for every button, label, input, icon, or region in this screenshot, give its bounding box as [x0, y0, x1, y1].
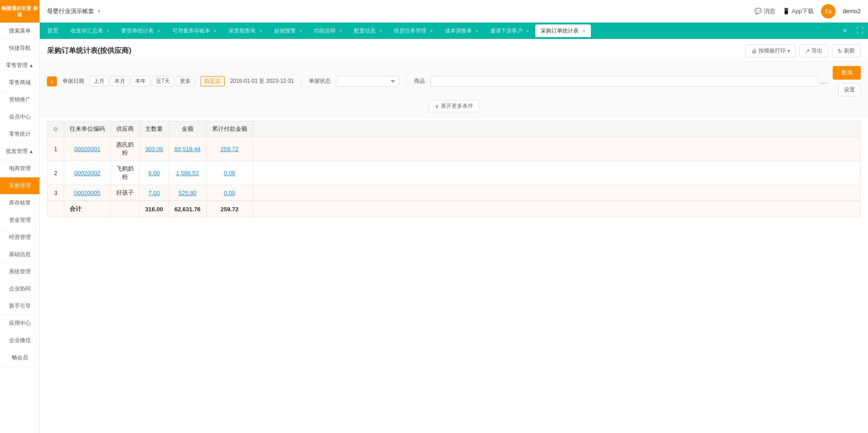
date-btn-1[interactable]: 本月	[110, 76, 129, 86]
tab-close-6[interactable]: ×	[339, 28, 342, 33]
username[interactable]: demo2	[843, 8, 861, 14]
sidebar-arrow-2: ▲	[29, 63, 33, 68]
filter-bar: › 单据日期 上月本月本年近7天更多 自定义 2016-01-01 至 2023…	[40, 62, 868, 117]
cell-quantity-1[interactable]: 6.00	[140, 161, 169, 185]
tab-11[interactable]: 采购订单统计表×	[535, 24, 590, 37]
cell-amount-1[interactable]: 1,586.52	[169, 161, 206, 185]
sidebar-item-6[interactable]: 零售统计	[0, 126, 39, 143]
sidebar-item-11[interactable]: 资金管理	[0, 212, 39, 229]
tab-label-3: 可用量库存账本	[172, 27, 210, 35]
table-container: ⚙ 往来单位编码 供应商 主数量 金额 累计付款金额 1 00020001 惠氏…	[40, 117, 868, 433]
message-btn[interactable]: 💬 消息	[755, 7, 775, 15]
cell-quantity-0[interactable]: 303.00	[140, 137, 169, 161]
app-download-btn[interactable]: 📱 App下载	[783, 7, 814, 15]
sidebar-item-9[interactable]: 采购管理	[0, 177, 39, 195]
export-icon: ↗	[805, 48, 810, 54]
date-btn-0[interactable]: 上月	[90, 76, 108, 86]
sidebar-item-7[interactable]: 批发管理 ▲	[0, 143, 39, 160]
expand-more-btn[interactable]: ∨ 展开更多条件	[429, 100, 479, 112]
sidebar-item-2[interactable]: 零售管理 ▲	[0, 57, 39, 74]
col-amount: 金额	[169, 121, 206, 137]
date-btn-4[interactable]: 更多	[176, 76, 195, 86]
tab-10[interactable]: 邀请下游客户×	[485, 24, 534, 37]
sidebar-item-19[interactable]: 畅会员	[0, 349, 39, 366]
date-btn-2[interactable]: 本年	[131, 76, 150, 86]
fullscreen-btn[interactable]: ⛶	[854, 26, 866, 36]
sidebar-item-0[interactable]: 搜索菜单	[0, 23, 39, 40]
message-label: 消息	[764, 7, 775, 15]
data-table: ⚙ 往来单位编码 供应商 主数量 金额 累计付款金额 1 00020001 惠氏…	[47, 121, 861, 217]
sidebar-item-13[interactable]: 基础信息	[0, 246, 39, 263]
tab-2[interactable]: 要货单统计表×	[116, 24, 165, 37]
org-selector[interactable]: 母婴行业演示账套	[47, 7, 94, 15]
column-settings-icon[interactable]: ⚙	[53, 126, 58, 133]
tab-5[interactable]: 超储预警×	[269, 24, 307, 37]
cell-extra-0	[253, 137, 860, 161]
sidebar-item-4[interactable]: 营销推广	[0, 91, 39, 109]
tab-label-4: 保质期查询	[228, 27, 255, 35]
filter-toggle-btn[interactable]: ›	[47, 76, 57, 86]
sidebar-item-14[interactable]: 系统管理	[0, 263, 39, 281]
tab-close-3[interactable]: ×	[214, 28, 217, 33]
org-dropdown-icon[interactable]: ▾	[98, 8, 100, 14]
tab-6[interactable]: 功能说明×	[308, 24, 347, 37]
cell-quantity-2[interactable]: 7.00	[140, 185, 169, 201]
tab-close-2[interactable]: ×	[157, 28, 160, 33]
sidebar-item-15[interactable]: 企业协同	[0, 281, 39, 298]
tab-9[interactable]: 成本调整单×	[439, 24, 484, 37]
tab-close-10[interactable]: ×	[526, 28, 529, 33]
tab-7[interactable]: 配置信息×	[349, 24, 387, 37]
tab-close-8[interactable]: ×	[430, 28, 433, 33]
cell-paid-0[interactable]: 259.72	[206, 137, 253, 161]
tab-close-7[interactable]: ×	[379, 28, 382, 33]
product-input[interactable]	[430, 76, 818, 87]
sidebar-item-17[interactable]: 应用中心	[0, 315, 39, 332]
toggle-icon: ›	[51, 78, 53, 85]
tab-1[interactable]: 收发存汇总表×	[65, 24, 115, 37]
sidebar-item-18[interactable]: 企业微信	[0, 332, 39, 349]
cell-amount-2[interactable]: 525.80	[169, 185, 206, 201]
tab-label-9: 成本调整单	[445, 27, 472, 35]
cell-code-0[interactable]: 00020001	[64, 137, 111, 161]
close-all-btn[interactable]: ×	[840, 26, 850, 36]
query-btn[interactable]: 查询	[833, 66, 861, 80]
tab-3[interactable]: 可用量库存账本×	[167, 24, 222, 37]
logo-text: 畅捷通好生意 标版	[0, 5, 39, 18]
sidebar-item-12[interactable]: 经营管理	[0, 229, 39, 246]
cell-paid-2[interactable]: 0.00	[206, 185, 253, 201]
avatar-initials: Ea	[825, 8, 832, 14]
tab-8[interactable]: 拣货任务管理×	[388, 24, 438, 37]
cell-paid-1[interactable]: 0.00	[206, 161, 253, 185]
tab-close-11[interactable]: ×	[582, 28, 585, 33]
sidebar-label-12: 经营管理	[9, 234, 31, 240]
cell-supplier-0: 惠氏奶粉	[111, 137, 140, 161]
topbar: 母婴行业演示账套 ▾ 💬 消息 📱 App下载 Ea demo2	[40, 0, 868, 23]
tab-0[interactable]: 首页	[42, 24, 64, 37]
footer-paid: 259.72	[206, 201, 253, 217]
cell-amount-0[interactable]: 60,519.44	[169, 137, 206, 161]
export-btn[interactable]: ↗ 导出	[799, 44, 828, 57]
date-btn-3[interactable]: 近7天	[152, 76, 174, 86]
tab-close-1[interactable]: ×	[107, 28, 109, 33]
sidebar-item-3[interactable]: 零售商城	[0, 74, 39, 91]
tab-close-9[interactable]: ×	[476, 28, 478, 33]
sidebar-item-5[interactable]: 会员中心	[0, 109, 39, 126]
settings-btn[interactable]: 设置	[838, 83, 861, 96]
tab-close-4[interactable]: ×	[259, 28, 262, 33]
tab-4[interactable]: 保质期查询×	[223, 24, 267, 37]
table-row: 3 00020005 好孩子 7.00 525.80 0.00	[47, 185, 861, 201]
product-dots-btn[interactable]: …	[820, 77, 827, 86]
refresh-btn[interactable]: ↻ 刷新	[832, 44, 861, 57]
print-btn[interactable]: 🖨 按模板打印 ▾	[745, 44, 796, 57]
cell-code-1[interactable]: 00020002	[64, 161, 111, 185]
sidebar-item-10[interactable]: 库存核算	[0, 195, 39, 212]
cell-code-2[interactable]: 00020005	[64, 185, 111, 201]
sidebar-item-1[interactable]: 快捷导航	[0, 40, 39, 57]
sidebar-item-16[interactable]: 新手引导	[0, 298, 39, 315]
status-select[interactable]	[336, 76, 399, 87]
filter-row-1: › 单据日期 上月本月本年近7天更多 自定义 2016-01-01 至 2023…	[47, 66, 861, 96]
sidebar-item-8[interactable]: 电商管理	[0, 160, 39, 177]
tab-close-5[interactable]: ×	[299, 28, 302, 33]
custom-date-btn[interactable]: 自定义	[200, 76, 225, 86]
sidebar-label-8: 电商管理	[9, 165, 31, 171]
